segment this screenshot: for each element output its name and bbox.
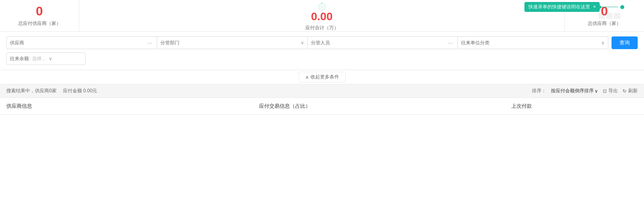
column-supplier: 供应商信息 bbox=[6, 103, 259, 110]
money-bag-icon: ¥ bbox=[312, 0, 332, 11]
collapse-button[interactable]: ∧ 收起更多条件 bbox=[299, 72, 346, 82]
results-suppliers-text: 搜索结果中，供应商0家 bbox=[6, 88, 57, 94]
department-input[interactable] bbox=[183, 40, 301, 46]
filter-row-2: 往来余额 选择... ∨ bbox=[6, 52, 638, 65]
sort-value: 按应付会额倒序排序 bbox=[551, 88, 594, 94]
balance-filter: 往来余额 选择... ∨ bbox=[6, 52, 86, 65]
total-payable-suppliers-stat: 0 总应付供应商（家） bbox=[0, 0, 79, 31]
unit-category-chevron-icon[interactable]: ∨ bbox=[601, 40, 605, 46]
table-body bbox=[0, 115, 644, 194]
sort-select[interactable]: 按应付会额倒序排序 ∨ bbox=[551, 88, 598, 94]
middle-icon-area: ¥ 0.00 应付合计（万） bbox=[79, 0, 565, 31]
total-payable-suppliers-label: 总应付供应商（家） bbox=[18, 20, 61, 27]
unit-category-filter: 往来单位分类 ∨ bbox=[458, 36, 608, 49]
results-actions: 排序： 按应付会额倒序排序 ∨ ⊡ 导出 ↻ 刷新 bbox=[532, 88, 638, 94]
tooltip-text: 快速录单的快捷键说明在这里 bbox=[528, 4, 590, 10]
balance-label: 往来余额 bbox=[10, 55, 29, 62]
collapse-label: 收起更多条件 bbox=[311, 74, 339, 80]
balance-chevron-icon[interactable]: ∨ bbox=[49, 56, 52, 61]
sort-chevron-icon: ∨ bbox=[594, 88, 598, 94]
supplier-filter: 供应商 ··· bbox=[6, 36, 157, 49]
filter-row-1: 供应商 ··· 分管部门 ∨ 分管人员 ··· 往来单位分类 ∨ 查询 bbox=[6, 36, 638, 49]
total-payable-suppliers-number: 0 bbox=[36, 4, 43, 18]
tooltip-container: 快速录单的快捷键说明在这里 × bbox=[524, 2, 624, 12]
person-dots-button[interactable]: ··· bbox=[447, 40, 455, 46]
sort-label: 排序： bbox=[532, 88, 546, 94]
total-suppliers-label: 总供应商（家） bbox=[588, 20, 621, 27]
balance-placeholder: 选择... bbox=[32, 55, 46, 62]
tooltip-close-button[interactable]: × bbox=[593, 4, 596, 10]
person-label: 分管人员 bbox=[311, 40, 330, 46]
results-bar: 搜索结果中，供应商0家 应付金额 0.00元 排序： 按应付会额倒序排序 ∨ ⊡… bbox=[0, 84, 644, 98]
results-summary: 搜索结果中，供应商0家 应付金额 0.00元 bbox=[6, 88, 97, 94]
department-chevron-icon[interactable]: ∨ bbox=[301, 40, 304, 46]
person-input[interactable] bbox=[333, 40, 447, 46]
filter-area: 供应商 ··· 分管部门 ∨ 分管人员 ··· 往来单位分类 ∨ 查询 往来余额 bbox=[0, 32, 644, 70]
collapse-icon: ∧ bbox=[305, 74, 309, 80]
column-transaction: 应付交易信息（占比） bbox=[259, 103, 512, 110]
supplier-label: 供应商 bbox=[10, 40, 24, 46]
person-filter: 分管人员 ··· bbox=[308, 36, 458, 49]
export-label: 导出 bbox=[608, 88, 618, 94]
collapse-row: ∧ 收起更多条件 bbox=[0, 70, 644, 84]
refresh-button[interactable]: ↻ 刷新 bbox=[623, 88, 638, 94]
refresh-label: 刷新 bbox=[628, 88, 638, 94]
query-button[interactable]: 查询 bbox=[612, 36, 638, 49]
supplier-dots-button[interactable]: ··· bbox=[146, 40, 154, 46]
export-icon: ⊡ bbox=[603, 88, 607, 94]
tooltip-dot bbox=[620, 5, 624, 9]
supplier-input[interactable] bbox=[27, 40, 146, 46]
department-filter: 分管部门 ∨ bbox=[157, 36, 308, 49]
unit-category-input[interactable] bbox=[493, 40, 601, 46]
export-button[interactable]: ⊡ 导出 bbox=[603, 88, 618, 94]
svg-text:¥: ¥ bbox=[321, 5, 323, 8]
total-suppliers-stat: 快速录单的快捷键说明在这里 × 0 总供应商（家） bbox=[565, 0, 644, 31]
decorative-boxes bbox=[599, 13, 620, 19]
column-lastpay: 上次付款 bbox=[511, 103, 638, 110]
refresh-icon: ↻ bbox=[623, 88, 627, 94]
department-label: 分管部门 bbox=[160, 40, 179, 46]
tooltip-box: 快速录单的快捷键说明在这里 × bbox=[524, 2, 600, 12]
table-header: 供应商信息 应付交易信息（占比） 上次付款 bbox=[0, 98, 644, 115]
results-amount-text: 应付金额 0.00元 bbox=[63, 88, 97, 94]
payable-total-label: 应付合计（万） bbox=[305, 25, 339, 31]
payable-total-number: 0.00 bbox=[311, 11, 333, 23]
tooltip-line bbox=[602, 7, 618, 7]
unit-category-label: 往来单位分类 bbox=[461, 40, 490, 46]
